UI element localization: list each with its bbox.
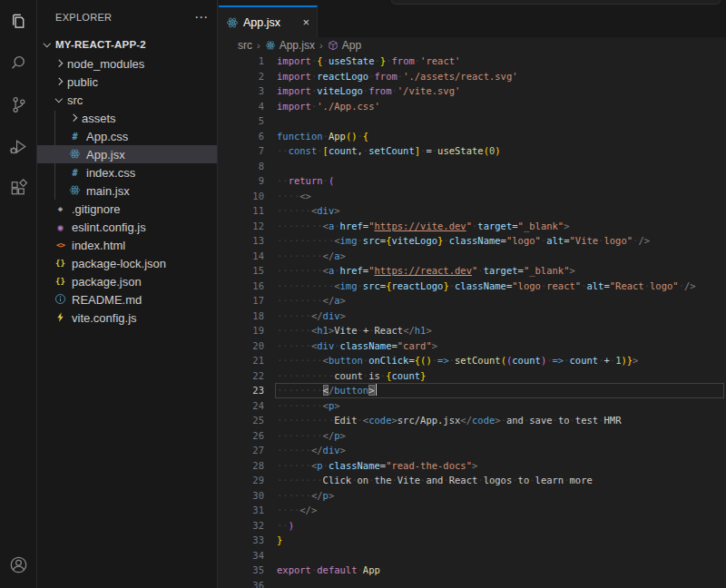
code-line-29[interactable]: 29········Click·on·the·Vite·and·React·lo… <box>219 473 726 488</box>
code-line-2[interactable]: 2import·reactLogo·from·'./assets/react.s… <box>219 69 726 84</box>
code-line-15[interactable]: 15········<a·href="https://react.dev"·ta… <box>219 263 726 279</box>
line-number: 6 <box>219 129 264 144</box>
breadcrumb-app-jsx[interactable]: App.jsx <box>265 39 315 52</box>
code-editor[interactable]: 1import·{·useState·}·from·'react'2import… <box>219 54 726 588</box>
code-line-26[interactable]: 26········</p> <box>219 428 726 444</box>
project-root-row[interactable]: MY-REACT-APP-2 <box>37 34 217 54</box>
line-number: 19 <box>219 323 264 338</box>
line-content: ····<> <box>277 189 311 204</box>
json-file-icon: {} <box>54 274 67 289</box>
code-line-25[interactable]: 25··········Edit·<code>src/App.jsx</code… <box>219 413 726 428</box>
code-line-14[interactable]: 14········</a> <box>219 249 726 264</box>
code-line-23[interactable]: 23········</button> <box>219 383 726 398</box>
code-line-17[interactable]: 17········</a> <box>219 293 726 309</box>
code-line-24[interactable]: 24········<p> <box>219 398 726 414</box>
react-icon <box>265 40 276 51</box>
code-line-12[interactable]: 12········<a·href="https://vite.dev"·tar… <box>219 219 726 234</box>
line-content: ··const·[count,·setCount]·=·useState(0) <box>277 143 501 159</box>
code-line-6[interactable]: 6function·App()·{ <box>219 129 726 144</box>
code-line-3[interactable]: 3import·viteLogo·from·'/vite.svg' <box>219 83 726 99</box>
tree-indent-guide <box>54 111 55 200</box>
tree-item-package-json[interactable]: {}package.json <box>37 272 217 290</box>
code-line-18[interactable]: 18······</div> <box>219 309 726 324</box>
line-number: 28 <box>219 458 264 474</box>
close-icon[interactable]: × <box>302 15 309 29</box>
tree-item-assets[interactable]: assets <box>37 109 217 127</box>
code-line-31[interactable]: 31····</> <box>219 503 726 518</box>
search-icon[interactable] <box>0 42 36 83</box>
line-content: ········<button·onClick={()·=>·setCount(… <box>277 353 638 368</box>
line-number: 22 <box>219 368 264 384</box>
code-line-22[interactable]: 22··········count·is·{count} <box>219 368 726 384</box>
extensions-icon[interactable] <box>0 167 36 209</box>
tree-item-index-css[interactable]: #index.css <box>37 163 217 181</box>
code-line-35[interactable]: 35export·default·App <box>219 563 726 578</box>
tree-item-app-jsx[interactable]: App.jsx <box>37 145 217 163</box>
line-content: ····</> <box>277 503 317 518</box>
line-content: ······<p·className="read-the-docs"> <box>277 458 477 474</box>
tree-item-eslint-config-js[interactable]: ◉eslint.config.js <box>37 218 217 236</box>
line-number: 16 <box>219 279 264 294</box>
breadcrumb-label: src <box>238 39 252 52</box>
explorer-icon[interactable] <box>0 0 36 42</box>
code-line-34[interactable]: 34 <box>219 548 726 564</box>
code-line-33[interactable]: 33} <box>219 533 726 548</box>
titlebar-sliver <box>219 0 726 5</box>
code-line-36[interactable]: 36 <box>219 578 726 588</box>
code-line-5[interactable]: 5 <box>219 113 726 129</box>
code-line-21[interactable]: 21········<button·onClick={()·=>·setCoun… <box>219 353 726 368</box>
tree-item-src[interactable]: src <box>37 91 217 109</box>
line-number: 30 <box>219 488 264 504</box>
tab-app-jsx[interactable]: App.jsx × <box>219 5 318 37</box>
line-content: import·reactLogo·from·'./assets/react.sv… <box>277 69 518 84</box>
breadcrumb-app[interactable]: App <box>328 39 361 52</box>
line-number: 32 <box>219 518 264 534</box>
code-line-1[interactable]: 1import·{·useState·}·from·'react' <box>219 54 726 69</box>
line-number: 35 <box>219 563 264 578</box>
tree-item-readme-md[interactable]: README.md <box>37 290 217 309</box>
tree-item-label: package.json <box>72 275 142 289</box>
tree-item-node-modules[interactable]: node_modules <box>37 54 217 73</box>
code-line-20[interactable]: 20······<div·className="card"> <box>219 338 726 354</box>
code-line-7[interactable]: 7··const·[count,·setCount]·=·useState(0) <box>219 143 726 159</box>
line-number: 26 <box>219 428 264 444</box>
line-content: ········</p> <box>277 428 346 444</box>
html-file-icon: <> <box>54 238 67 252</box>
project-root-label: MY-REACT-APP-2 <box>55 39 146 50</box>
code-line-9[interactable]: 9··return·( <box>219 173 726 189</box>
line-number: 23 <box>219 383 264 398</box>
code-line-8[interactable]: 8 <box>219 159 726 174</box>
code-line-27[interactable]: 27······</div> <box>219 443 726 458</box>
command-center-edge <box>391 0 721 5</box>
code-line-30[interactable]: 30······</p> <box>219 488 726 504</box>
code-line-28[interactable]: 28······<p·className="read-the-docs"> <box>219 458 726 474</box>
tree-item--gitignore[interactable]: ◆.gitignore <box>37 200 217 218</box>
source-control-icon[interactable] <box>0 83 36 125</box>
line-number: 17 <box>219 293 264 309</box>
tree-item-public[interactable]: public <box>37 73 217 91</box>
tree-item-main-jsx[interactable]: main.jsx <box>37 181 217 200</box>
code-line-16[interactable]: 16··········<img·src={reactLogo}·classNa… <box>219 279 726 294</box>
code-line-32[interactable]: 32··) <box>219 518 726 534</box>
breadcrumb-label: App <box>342 39 361 52</box>
run-debug-icon[interactable] <box>0 125 36 167</box>
line-content: import·viteLogo·from·'/vite.svg' <box>277 83 460 99</box>
tree-item-index-html[interactable]: <>index.html <box>37 236 217 254</box>
git-file-icon: ◆ <box>54 201 67 216</box>
tree-item-package-lock-json[interactable]: {}package-lock.json <box>37 254 217 272</box>
code-line-13[interactable]: 13··········<img·src={viteLogo}·classNam… <box>219 233 726 249</box>
code-line-11[interactable]: 11······<div> <box>219 203 726 219</box>
code-line-10[interactable]: 10····<> <box>219 189 726 204</box>
code-line-4[interactable]: 4import·'./App.css' <box>219 99 726 114</box>
line-content: } <box>277 533 282 548</box>
chevron-right-icon <box>54 77 64 87</box>
breadcrumb-src[interactable]: src <box>238 39 252 52</box>
line-content: ··return·( <box>277 173 334 189</box>
account-icon[interactable] <box>0 546 36 583</box>
tree-item-app-css[interactable]: #App.css <box>37 127 217 145</box>
tree-item-label: public <box>67 75 98 89</box>
readme-file-icon <box>54 293 67 307</box>
code-line-19[interactable]: 19······<h1>Vite·+·React</h1> <box>219 323 726 338</box>
tree-item-vite-config-js[interactable]: vite.config.js <box>37 309 217 327</box>
more-actions-icon[interactable]: ⋯ <box>194 13 208 22</box>
